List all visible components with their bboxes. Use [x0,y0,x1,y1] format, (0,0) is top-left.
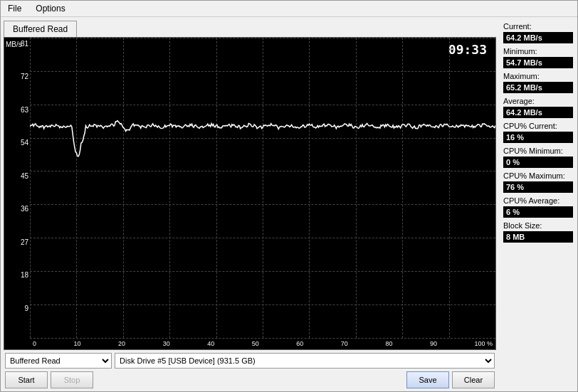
menu-bar: File Options [1,1,577,17]
main-content: Buffered Read MB/s 09:33 81 72 63 54 45 [1,17,577,391]
x-val-70: 70 [341,340,348,347]
x-axis: 0 10 20 30 40 50 60 70 80 90 100 % [30,338,495,349]
save-button[interactable]: Save [406,371,449,388]
y-val-9: 9 [6,305,28,312]
maximum-value: 65.2 MB/s [503,82,573,93]
cpu-maximum-label: CPU% Maximum: [503,171,573,180]
y-val-54: 54 [6,139,28,147]
stop-button[interactable]: Stop [51,371,93,388]
controls-row2: Start Stop Save Clear [5,371,495,388]
y-val-18: 18 [6,272,28,279]
average-label: Average: [503,97,573,105]
y-val-81: 81 [6,41,28,48]
x-val-90: 90 [430,340,437,347]
chart-canvas [30,38,495,338]
cpu-current-label: CPU% Current: [503,122,573,130]
maximum-label: Maximum: [503,72,573,80]
left-panel: Buffered Read MB/s 09:33 81 72 63 54 45 [1,17,499,391]
x-val-80: 80 [385,340,392,347]
chart-area: MB/s 09:33 81 72 63 54 45 36 27 18 9 [4,37,496,350]
start-button[interactable]: Start [5,371,48,388]
average-value: 64.2 MB/s [503,107,573,118]
block-size-label: Block Size: [503,221,573,230]
x-val-20: 20 [118,340,125,347]
controls-row1: Buffered Read Disk Drive #5 [USB Device]… [5,353,495,369]
test-type-select[interactable]: Buffered Read [5,353,112,369]
main-window: File Options Buffered Read MB/s 09:33 81 [0,0,578,392]
y-val-27: 27 [6,239,28,246]
right-panel: Current: 64.2 MB/s Minimum: 54.7 MB/s Ma… [499,17,577,391]
clear-button[interactable]: Clear [452,371,495,388]
cpu-average-label: CPU% Average: [503,196,573,205]
current-label: Current: [503,22,573,31]
x-val-30: 30 [163,340,170,347]
cpu-current-value: 16 % [503,132,573,143]
y-val-36: 36 [6,206,28,213]
chart-plot: 0 10 20 30 40 50 60 70 80 90 100 % [30,38,495,349]
drive-select[interactable]: Disk Drive #5 [USB Device] (931.5 GB) [115,353,495,369]
y-val-63: 63 [6,107,28,114]
tab-bar: Buffered Read [1,17,499,37]
tab-buffered-read[interactable]: Buffered Read [4,21,77,38]
cpu-average-value: 6 % [503,206,573,218]
current-value: 64.2 MB/s [503,32,573,43]
y-val-45: 45 [6,173,28,180]
cpu-maximum-value: 76 % [503,181,573,193]
x-val-10: 10 [74,340,81,347]
minimum-label: Minimum: [503,47,573,55]
y-axis: 81 72 63 54 45 36 27 18 9 [4,38,30,349]
x-val-50: 50 [252,340,259,347]
x-val-100: 100 % [474,340,493,347]
menu-options[interactable]: Options [31,2,69,15]
cpu-minimum-label: CPU% Minimum: [503,147,573,155]
chart-inner: 81 72 63 54 45 36 27 18 9 [4,38,495,349]
x-val-40: 40 [207,340,214,347]
x-val-60: 60 [296,340,303,347]
minimum-value: 54.7 MB/s [503,57,573,68]
menu-file[interactable]: File [4,2,26,15]
y-val-72: 72 [6,73,28,80]
block-size-value: 8 MB [503,231,573,243]
cpu-minimum-value: 0 % [503,157,573,168]
x-val-0: 0 [33,340,36,347]
bottom-bar: Buffered Read Disk Drive #5 [USB Device]… [1,350,499,391]
